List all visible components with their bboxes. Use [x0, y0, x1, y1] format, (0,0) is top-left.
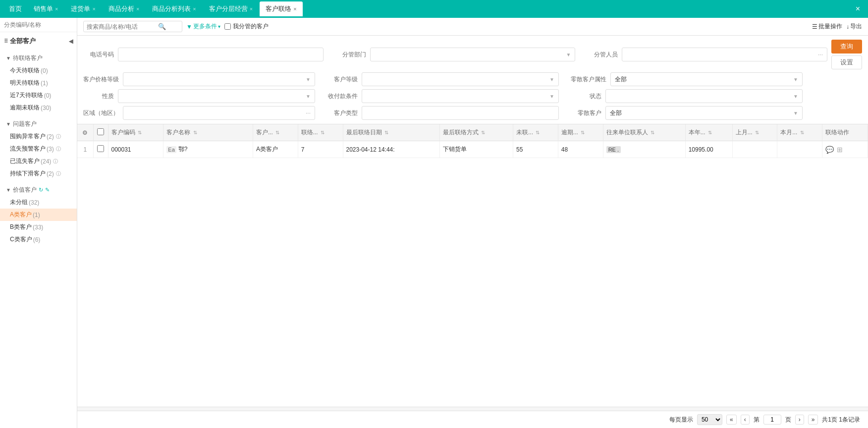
- sort-icon-this-month[interactable]: ⇅: [800, 130, 804, 135]
- sidebar-pending-contact-header[interactable]: ▼ 待联络客户: [0, 52, 77, 64]
- sort-icon-code[interactable]: ⇅: [138, 130, 142, 135]
- sort-icon-cust-type[interactable]: ⇅: [275, 130, 279, 135]
- nav-customer-tier[interactable]: 客户分层经营 ×: [203, 1, 259, 16]
- cust-level-field: 客户等级 ▼: [327, 72, 559, 86]
- sort-icon-overdue[interactable]: ⇅: [581, 130, 585, 135]
- filter-row-2: 客户价格等级 ▼ 客户等级 ▼ 零散客户属性 全部: [83, 72, 862, 86]
- filter-row-1: 电话号码 分管部门 ▼ 分管人员 ···: [83, 40, 862, 69]
- first-page-button[interactable]: «: [726, 415, 737, 425]
- sort-icon-company-contact[interactable]: ⇅: [651, 130, 654, 135]
- sidebar-item-overdue[interactable]: 逾期未联络 (30): [0, 102, 77, 114]
- last-page-button[interactable]: »: [808, 415, 818, 425]
- more-filter-button[interactable]: ▼ 更多条件 ▾: [186, 22, 220, 31]
- sidebar-item-7days[interactable]: 近7天待联络 (0): [0, 89, 77, 102]
- sidebar-item-today[interactable]: 今天待联络 (0): [0, 64, 77, 77]
- row-select-checkbox-1[interactable]: [97, 145, 104, 152]
- price-level-input[interactable]: ▼: [123, 72, 315, 86]
- filter-search-icon[interactable]: 🔍: [158, 23, 166, 30]
- col-settings[interactable]: ⚙: [77, 124, 93, 141]
- sort-icon-last-month[interactable]: ⇅: [755, 130, 759, 135]
- col-name: 客户名称 ⇅: [163, 124, 253, 141]
- dept-input[interactable]: ▼: [370, 48, 576, 61]
- nav-home[interactable]: 首页: [4, 1, 27, 16]
- export-button[interactable]: ↓ 导出: [846, 22, 862, 31]
- my-customers-checkbox-area: 我分管的客户: [224, 22, 269, 31]
- close-sales-icon[interactable]: ×: [55, 6, 58, 12]
- nav-goods-analysis-list[interactable]: 商品分析列表 ×: [146, 1, 202, 16]
- my-customers-checkbox[interactable]: [224, 23, 231, 30]
- person-input[interactable]: ···: [622, 48, 827, 61]
- nav-sales[interactable]: 销售单 ×: [28, 1, 64, 16]
- cust-type-input[interactable]: [362, 106, 559, 120]
- name-tag-1: Ea: [166, 146, 176, 153]
- prev-page-button[interactable]: ‹: [741, 415, 750, 425]
- sort-icon-contact[interactable]: ⇅: [321, 130, 325, 135]
- retail-attr-input[interactable]: 全部 ▼: [610, 72, 803, 86]
- sidebar-search-area: 🔍: [0, 18, 77, 32]
- sort-icon-last-date[interactable]: ⇅: [384, 130, 388, 135]
- horizontal-scrollbar[interactable]: [77, 407, 868, 411]
- close-customer-contact-icon[interactable]: ×: [293, 6, 296, 12]
- sidebar-search-input[interactable]: [4, 21, 77, 28]
- col-overdue: 逾期... ⇅: [558, 124, 603, 141]
- next-page-button[interactable]: ›: [795, 415, 804, 425]
- sidebar-item-tomorrow[interactable]: 明天待联络 (1): [0, 77, 77, 89]
- nav-customer-contact[interactable]: 客户联络 ×: [260, 1, 302, 16]
- company-contact-tag-1: RE .: [606, 146, 621, 153]
- page-number-input[interactable]: [763, 415, 781, 425]
- table-header-row: ⚙ 客户编码 ⇅ 客户名称 ⇅ 客户...: [77, 124, 868, 141]
- sort-icon-last-method[interactable]: ⇅: [481, 130, 485, 135]
- sidebar-item-stockpile[interactable]: 囤购异常客户 (2) ⓘ: [0, 130, 77, 143]
- sidebar-all-customers-section: ⠿ 全部客户 ◀: [0, 32, 77, 50]
- status-field: 状态 ▼: [571, 89, 803, 103]
- batch-op-button[interactable]: ☰ 批量操作: [812, 22, 842, 31]
- sidebar-item-unclassified[interactable]: 未分组 (32): [0, 196, 77, 209]
- sort-icon-name[interactable]: ⇅: [193, 130, 197, 135]
- sidebar-all-customers-header[interactable]: ⠿ 全部客户 ◀: [0, 34, 77, 48]
- value-refresh-icon[interactable]: ↻: [39, 187, 43, 193]
- value-edit-icon[interactable]: ✎: [45, 187, 50, 193]
- sort-icon-this-year[interactable]: ⇅: [708, 130, 712, 135]
- collapse-icon[interactable]: ◀: [69, 38, 73, 45]
- window-close-button[interactable]: ×: [852, 3, 864, 14]
- sidebar-item-declining[interactable]: 持续下滑客户 (2) ⓘ: [0, 167, 77, 180]
- sidebar-item-c-class[interactable]: C类客户 (6): [0, 233, 77, 246]
- sort-icon-no-contact[interactable]: ⇅: [536, 130, 540, 135]
- filter-search-input[interactable]: [87, 23, 156, 30]
- row-overdue-1: 48: [558, 141, 603, 158]
- nav-goods-analysis[interactable]: 商品分析 ×: [103, 1, 145, 16]
- row-actions-1: 💬 ⊞: [822, 141, 868, 158]
- data-table: ⚙ 客户编码 ⇅ 客户名称 ⇅ 客户...: [77, 124, 868, 158]
- nav-purchase[interactable]: 进货单 ×: [65, 1, 101, 16]
- last-method-link-1[interactable]: 下销货单: [443, 146, 467, 153]
- sidebar-problem-header[interactable]: ▼ 问题客户: [0, 118, 77, 130]
- phone-input[interactable]: [118, 48, 324, 61]
- qr-icon-1[interactable]: ⊞: [837, 146, 843, 154]
- status-input[interactable]: ▼: [605, 89, 803, 103]
- col-action: 联络动作: [822, 124, 868, 141]
- table-row: 1 000031 Ea 鄂? A类客户 7 2: [77, 141, 868, 158]
- cust-level-input[interactable]: ▼: [362, 72, 559, 86]
- sidebar-item-churn-warning[interactable]: 流失预警客户 (3) ⓘ: [0, 143, 77, 155]
- nature-input[interactable]: ▼: [118, 89, 315, 103]
- select-all-checkbox[interactable]: [97, 128, 104, 135]
- payment-arrow-icon: ▼: [549, 94, 554, 99]
- sidebar-item-b-class[interactable]: B类客户 (33): [0, 221, 77, 233]
- payment-input[interactable]: ▼: [362, 89, 559, 103]
- sidebar-item-a-class[interactable]: A类客户 (1): [0, 209, 77, 221]
- region-input[interactable]: ···: [123, 106, 315, 120]
- price-level-field: 客户价格等级 ▼: [83, 72, 315, 86]
- more-filter-arrow: ▾: [218, 24, 220, 29]
- sidebar-value-header[interactable]: ▼ 价值客户 ↻ ✎: [0, 184, 77, 196]
- settings-button[interactable]: 设置: [831, 55, 862, 69]
- close-customer-tier-icon[interactable]: ×: [250, 6, 253, 12]
- cust-level-arrow-icon: ▼: [549, 77, 554, 82]
- close-goods-list-icon[interactable]: ×: [193, 6, 196, 12]
- query-button[interactable]: 查询: [831, 40, 862, 54]
- close-goods-analysis-icon[interactable]: ×: [136, 6, 139, 12]
- comment-icon-1[interactable]: 💬: [825, 146, 834, 154]
- sidebar-item-churned[interactable]: 已流失客户 (24) ⓘ: [0, 155, 77, 167]
- close-purchase-icon[interactable]: ×: [92, 6, 95, 12]
- retail-cust-input[interactable]: 全部 ▼: [605, 106, 803, 120]
- per-page-select[interactable]: 50 100 200: [697, 414, 722, 425]
